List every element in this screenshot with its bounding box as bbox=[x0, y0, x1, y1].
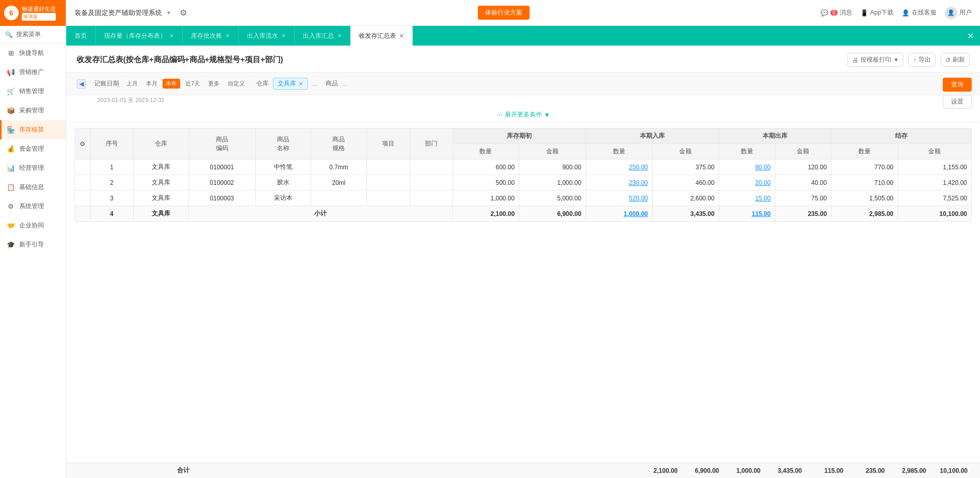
filter-outer: ◀ 记账日期 上月本月本年近7天更多自定义 仓库 文具库 ✕ ... 商品 ..… bbox=[66, 73, 980, 95]
cell-settings bbox=[75, 160, 91, 175]
tab-inout-flow[interactable]: 出入库流水✕ bbox=[239, 26, 295, 46]
nav-label-operations: 经营管理 bbox=[19, 164, 44, 172]
settings-icon[interactable]: ⚙ bbox=[180, 8, 187, 18]
in-qty-link[interactable]: 230.00 bbox=[629, 179, 648, 186]
cell-open-amt: 900.00 bbox=[519, 160, 586, 175]
col-group-bal: 结存 bbox=[831, 128, 972, 144]
cell-out-amt: 120.00 bbox=[775, 160, 831, 175]
notification-badge: 6 bbox=[830, 10, 838, 16]
subtotal-out-qty-link[interactable]: 115.00 bbox=[752, 210, 771, 218]
nav-icon-quick-nav: ⊞ bbox=[7, 49, 15, 57]
user-label: 用户 bbox=[959, 8, 972, 17]
tab-stock-dist[interactable]: 现存量（库存分布表）✕ bbox=[96, 26, 183, 46]
query-btn[interactable]: 查询 bbox=[943, 78, 972, 92]
collapse-arrow[interactable]: ◀ bbox=[77, 79, 86, 89]
col-in-qty: 数量 bbox=[586, 144, 652, 160]
sidebar-item-purchase[interactable]: 📦采购管理 bbox=[0, 101, 66, 120]
experience-btn[interactable]: 体验行业方案 bbox=[478, 6, 530, 20]
sidebar-item-operations[interactable]: 📊经营管理 bbox=[0, 158, 66, 178]
cell-spec: 20ml bbox=[311, 175, 367, 191]
tab-close-batch[interactable]: ✕ bbox=[225, 33, 230, 39]
goods-ellipsis[interactable]: ... bbox=[342, 80, 347, 88]
cell-settings bbox=[75, 191, 91, 206]
app-download-label: App下载 bbox=[870, 8, 894, 17]
date-btn-本年[interactable]: 本年 bbox=[163, 79, 180, 89]
table-settings-header[interactable]: ⚙ bbox=[75, 128, 91, 160]
date-filter-section: 记账日期 上月本月本年近7天更多自定义 bbox=[94, 79, 248, 89]
online-service-label: 在线客服 bbox=[912, 8, 937, 17]
notification-btn[interactable]: 💬 6 消息 bbox=[821, 8, 852, 17]
subtotal-in-qty: 1,000.00 bbox=[586, 206, 652, 222]
cell-bal-amt: 1,420.00 bbox=[898, 175, 971, 191]
col-header-code: 商品编码 bbox=[188, 128, 255, 160]
export-btn[interactable]: ↑ 导出 bbox=[909, 53, 935, 67]
main-area: 装备及固定资产辅助管理系统 ▼ ⚙ 体验行业方案 💬 6 消息 📱 App下载 … bbox=[66, 0, 980, 478]
tab-close-stock-dist[interactable]: ✕ bbox=[169, 33, 174, 39]
cell-spec bbox=[311, 191, 367, 206]
tab-label-inout-flow: 出入库流水 bbox=[247, 32, 278, 40]
tab-inout-summary[interactable]: 出入库汇总✕ bbox=[295, 26, 350, 46]
out-qty-link[interactable]: 20.00 bbox=[755, 179, 771, 186]
tab-home[interactable]: 首页 bbox=[66, 26, 96, 46]
out-qty-link[interactable]: 15.00 bbox=[755, 195, 771, 202]
date-filter-label: 记账日期 bbox=[94, 79, 119, 88]
subtotal-in-qty-link[interactable]: 1,000.00 bbox=[624, 210, 648, 218]
sidebar-item-quick-nav[interactable]: ⊞快捷导航 bbox=[0, 44, 66, 63]
user-btn[interactable]: 👤 用户 bbox=[945, 7, 972, 19]
page-content: 收发存汇总表(按仓库+商品编码+商品+规格型号+项目+部门) 🖨 按模板打印 ▼… bbox=[66, 46, 980, 478]
out-qty-link[interactable]: 80.00 bbox=[755, 164, 771, 171]
cell-dept bbox=[409, 191, 452, 206]
cell-in-qty: 230.00 bbox=[586, 175, 652, 191]
sidebar-item-inventory[interactable]: 🏪库存核算 bbox=[0, 120, 66, 139]
warehouse-tag-close[interactable]: ✕ bbox=[298, 80, 303, 88]
sidebar-item-system[interactable]: ⚙系统管理 bbox=[0, 197, 66, 216]
sidebar-item-newbie[interactable]: 🎓新手引导 bbox=[0, 235, 66, 254]
date-btn-近7天[interactable]: 近7天 bbox=[182, 79, 203, 89]
col-header-name: 商品名称 bbox=[255, 128, 311, 160]
tab-close-recv-send-summary[interactable]: ✕ bbox=[399, 33, 404, 39]
print-btn[interactable]: 🖨 按模板打印 ▼ bbox=[847, 53, 903, 67]
tab-bar: 首页现存量（库存分布表）✕库存批次账✕出入库流水✕出入库汇总✕收发存汇总表✕✕ bbox=[66, 26, 980, 46]
online-service-btn[interactable]: 👤 在线客服 bbox=[902, 8, 937, 17]
cell-bal-amt: 7,525.00 bbox=[898, 191, 971, 206]
tabbar-close-btn[interactable]: ✕ bbox=[961, 31, 980, 41]
date-btn-上月[interactable]: 上月 bbox=[123, 79, 141, 89]
setting-btn[interactable]: 设置 bbox=[943, 95, 972, 109]
cell-open-qty: 500.00 bbox=[452, 175, 519, 191]
tab-label-recv-send-summary: 收发存汇总表 bbox=[359, 32, 396, 40]
date-range-text: 2023-01-01 至 2023-12-31 bbox=[97, 97, 165, 103]
tab-close-inout-flow[interactable]: ✕ bbox=[281, 33, 286, 39]
col-header-dept: 部门 bbox=[409, 128, 452, 160]
expand-filter-btn[interactable]: ⋯ 展开更多条件 ▼ bbox=[496, 110, 550, 119]
refresh-btn[interactable]: ↺ 刷新 bbox=[941, 53, 970, 67]
sidebar-nav: ⊞快捷导航📢营销推广🛒销售管理📦采购管理🏪库存核算💰资金管理📊经营管理📋基础信息… bbox=[0, 44, 66, 254]
in-qty-link[interactable]: 250.00 bbox=[629, 164, 648, 171]
table-subtotal-row: 4 文具库 小计 2,100.00 6,900.00 1,000.00 3,43… bbox=[75, 206, 972, 222]
warehouse-filter-label: 仓库 bbox=[256, 79, 269, 88]
print-label: 按模板打印 bbox=[860, 55, 891, 64]
date-btn-自定义[interactable]: 自定义 bbox=[225, 79, 248, 89]
cell-no: 1 bbox=[91, 160, 134, 175]
date-btn-本月[interactable]: 本月 bbox=[143, 79, 160, 89]
filter-bar: ◀ 记账日期 上月本月本年近7天更多自定义 仓库 文具库 ✕ ... 商品 ..… bbox=[66, 73, 980, 95]
sidebar-item-base-info[interactable]: 📋基础信息 bbox=[0, 178, 66, 197]
sidebar-item-enterprise[interactable]: 🤝企业协同 bbox=[0, 216, 66, 235]
search-menu-item[interactable]: 🔍 搜索菜单 bbox=[0, 26, 66, 44]
date-btn-更多[interactable]: 更多 bbox=[205, 79, 223, 89]
tab-close-inout-summary[interactable]: ✕ bbox=[337, 33, 342, 39]
tab-recv-send-summary[interactable]: 收发存汇总表✕ bbox=[350, 26, 413, 46]
in-qty-link[interactable]: 520.00 bbox=[629, 195, 648, 202]
nav-icon-system: ⚙ bbox=[7, 202, 15, 211]
sidebar-item-marketing[interactable]: 📢营销推广 bbox=[0, 63, 66, 82]
footer-bal-amt: 10,100.00 bbox=[930, 467, 972, 474]
page-title-bar: 收发存汇总表(按仓库+商品编码+商品+规格型号+项目+部门) 🖨 按模板打印 ▼… bbox=[66, 46, 980, 73]
nav-icon-sales: 🛒 bbox=[7, 88, 15, 96]
table-footer: 合计 2,100.00 6,900.00 1,000.00 3,435.00 1… bbox=[66, 462, 980, 478]
system-title-dropdown-icon[interactable]: ▼ bbox=[166, 10, 171, 16]
warehouse-ellipsis[interactable]: ... bbox=[312, 80, 317, 88]
app-download-btn[interactable]: 📱 App下载 bbox=[860, 8, 894, 17]
sidebar-item-finance[interactable]: 💰资金管理 bbox=[0, 139, 66, 158]
sidebar-item-sales[interactable]: 🛒销售管理 bbox=[0, 82, 66, 101]
table-row: 3 文具库 0100003 采访本 1,000.00 5,000.00 520.… bbox=[75, 191, 972, 206]
tab-batch[interactable]: 库存批次账✕ bbox=[183, 26, 239, 46]
